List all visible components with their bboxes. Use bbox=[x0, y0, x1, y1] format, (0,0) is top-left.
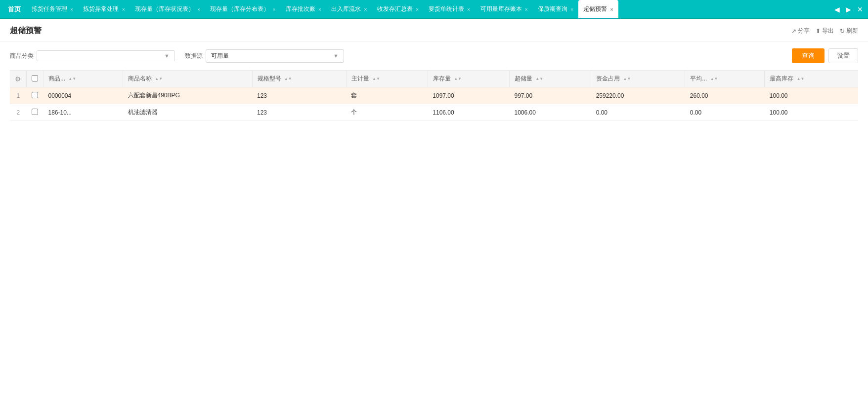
row-over: 1006.00 bbox=[509, 104, 591, 121]
row-settings-cell: 1 bbox=[10, 87, 27, 104]
close-icon[interactable]: × bbox=[467, 6, 470, 12]
tab-batch-account[interactable]: 库存批次账 × bbox=[281, 0, 326, 18]
sort-icon: ▲▼ bbox=[454, 77, 462, 81]
col-name[interactable]: 商品名称 ▲▼ bbox=[123, 71, 252, 87]
query-button[interactable]: 查询 bbox=[792, 48, 825, 63]
row-max: 100.00 bbox=[765, 87, 858, 104]
page-header: 超储预警 ↗ 分享 ⬆ 导出 ↻ 刷新 bbox=[0, 19, 868, 41]
tab-order-stats[interactable]: 要货单统计表 × bbox=[424, 0, 475, 18]
close-icon[interactable]: × bbox=[70, 6, 73, 12]
col-spec[interactable]: 规格型号 ▲▼ bbox=[252, 71, 346, 87]
col-checkbox bbox=[27, 71, 43, 87]
row-checkbox-cell bbox=[27, 104, 43, 121]
datasource-filter: 数据源 可用量 ▼ bbox=[185, 49, 344, 63]
row-stock: 1097.00 bbox=[428, 87, 509, 104]
col-capital[interactable]: 资金占用 ▲▼ bbox=[591, 71, 685, 87]
filter-buttons: 查询 设置 bbox=[792, 48, 858, 63]
sort-icon: ▲▼ bbox=[797, 77, 805, 81]
close-icon[interactable]: × bbox=[610, 6, 613, 12]
tab-available-book[interactable]: 可用量库存账本 × bbox=[476, 0, 533, 18]
page-title: 超储预警 bbox=[10, 26, 42, 36]
gear-icon[interactable]: ⚙ bbox=[15, 75, 21, 83]
row-stock: 1106.00 bbox=[428, 104, 509, 121]
nav-close-icon[interactable]: ✕ bbox=[854, 5, 866, 13]
datasource-value: 可用量 bbox=[211, 52, 229, 60]
nav-arrows: ◀ ▶ ✕ bbox=[831, 5, 866, 13]
row-number: 2 bbox=[16, 109, 20, 116]
chevron-down-icon: ▼ bbox=[333, 53, 339, 59]
close-icon[interactable]: × bbox=[272, 6, 275, 12]
col-code[interactable]: 商品... ▲▼ bbox=[43, 71, 123, 87]
category-filter: 商品分类 ▼ bbox=[10, 50, 175, 61]
refresh-button[interactable]: ↻ 刷新 bbox=[840, 27, 858, 35]
row-unit: 个 bbox=[346, 104, 428, 121]
category-select[interactable]: ▼ bbox=[37, 50, 175, 61]
tab-inout-flow[interactable]: 出入库流水 × bbox=[326, 0, 372, 18]
row-code: 186-10... bbox=[43, 104, 123, 121]
col-settings: ⚙ bbox=[10, 71, 27, 87]
row-capital: 259220.00 bbox=[591, 87, 685, 104]
row-checkbox[interactable] bbox=[32, 109, 38, 115]
row-name: 六配套新昌490BPG bbox=[123, 87, 252, 104]
datasource-select[interactable]: 可用量 ▼ bbox=[206, 49, 344, 63]
row-settings-cell: 2 bbox=[10, 104, 27, 121]
row-code: 0000004 bbox=[43, 87, 123, 104]
tab-pick-exception[interactable]: 拣货异常处理 × bbox=[78, 0, 130, 18]
col-unit[interactable]: 主计量 ▲▼ bbox=[346, 71, 428, 87]
tab-summary[interactable]: 收发存汇总表 × bbox=[372, 0, 424, 18]
row-avg: 260.00 bbox=[685, 87, 765, 104]
chevron-down-icon: ▼ bbox=[164, 53, 170, 59]
close-icon[interactable]: × bbox=[416, 6, 419, 12]
sort-icon: ▲▼ bbox=[68, 77, 76, 81]
select-all-checkbox[interactable] bbox=[32, 75, 38, 81]
close-icon[interactable]: × bbox=[197, 6, 200, 12]
settings-button[interactable]: 设置 bbox=[828, 48, 858, 63]
row-avg: 0.00 bbox=[685, 104, 765, 121]
row-capital: 0.00 bbox=[591, 104, 685, 121]
tab-overstock[interactable]: 超储预警 × bbox=[578, 0, 618, 18]
sort-icon: ▲▼ bbox=[535, 77, 543, 81]
sort-icon: ▲▼ bbox=[710, 77, 718, 81]
col-avg[interactable]: 平均... ▲▼ bbox=[685, 71, 765, 87]
close-icon[interactable]: × bbox=[122, 6, 125, 12]
export-icon: ⬆ bbox=[816, 28, 821, 35]
row-name: 机油滤清器 bbox=[123, 104, 252, 121]
table-header-row: ⚙ 商品... ▲▼ 商品名称 ▲▼ 规格型号 ▲▼ bbox=[10, 71, 858, 87]
row-checkbox-cell bbox=[27, 87, 43, 104]
home-tab[interactable]: 首页 bbox=[2, 5, 27, 14]
table-row: 2 186-10... 机油滤清器 123 个 1106.00 1006.00 … bbox=[10, 104, 858, 121]
col-stock[interactable]: 库存量 ▲▼ bbox=[428, 71, 509, 87]
row-over: 997.00 bbox=[509, 87, 591, 104]
nav-prev-icon[interactable]: ◀ bbox=[831, 5, 843, 13]
tab-stock-dist[interactable]: 现存量（库存分布表） × bbox=[205, 0, 280, 18]
share-icon: ↗ bbox=[791, 28, 796, 35]
data-table: ⚙ 商品... ▲▼ 商品名称 ▲▼ 规格型号 ▲▼ bbox=[10, 70, 858, 121]
export-button[interactable]: ⬆ 导出 bbox=[816, 27, 834, 35]
sort-icon: ▲▼ bbox=[155, 77, 163, 81]
close-icon[interactable]: × bbox=[364, 6, 367, 12]
row-checkbox[interactable] bbox=[32, 92, 38, 98]
row-max: 100.00 bbox=[765, 104, 858, 121]
close-icon[interactable]: × bbox=[525, 6, 528, 12]
row-unit: 套 bbox=[346, 87, 428, 104]
share-button[interactable]: ↗ 分享 bbox=[791, 27, 810, 35]
nav-next-icon[interactable]: ▶ bbox=[843, 5, 854, 13]
sort-icon: ▲▼ bbox=[284, 77, 292, 81]
refresh-icon: ↻ bbox=[840, 28, 845, 35]
topbar: 首页 拣货任务管理 × 拣货异常处理 × 现存量（库存状况表） × 现存量（库存… bbox=[0, 0, 868, 19]
sort-icon: ▲▼ bbox=[372, 77, 380, 81]
col-over[interactable]: 超储量 ▲▼ bbox=[509, 71, 591, 87]
page-content: 超储预警 ↗ 分享 ⬆ 导出 ↻ 刷新 商品分类 ▼ 数据源 bbox=[0, 19, 868, 395]
row-number: 1 bbox=[16, 92, 20, 99]
row-spec: 123 bbox=[252, 104, 346, 121]
datasource-label: 数据源 bbox=[185, 52, 203, 60]
close-icon[interactable]: × bbox=[318, 6, 321, 12]
col-max[interactable]: 最高库存 ▲▼ bbox=[765, 71, 858, 87]
sort-icon: ▲▼ bbox=[623, 77, 631, 81]
category-label: 商品分类 bbox=[10, 52, 34, 60]
tab-shelf-life[interactable]: 保质期查询 × bbox=[533, 0, 578, 18]
close-icon[interactable]: × bbox=[570, 6, 573, 12]
tab-stock-status[interactable]: 现存量（库存状况表） × bbox=[130, 0, 205, 18]
tab-pick-task[interactable]: 拣货任务管理 × bbox=[27, 0, 78, 18]
page-actions: ↗ 分享 ⬆ 导出 ↻ 刷新 bbox=[791, 27, 858, 35]
